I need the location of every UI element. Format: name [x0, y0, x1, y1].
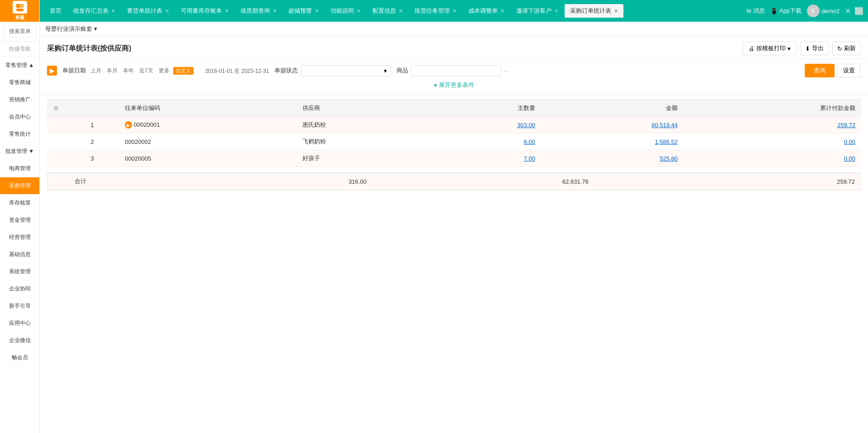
- refresh-button[interactable]: ↻ 刷新: [832, 42, 861, 55]
- row1-qty-link[interactable]: 303.00: [517, 122, 535, 128]
- query-button[interactable]: 查询: [805, 64, 835, 77]
- row1-index: 1: [65, 117, 119, 133]
- sidebar-item-basic-info[interactable]: 基础信息: [0, 246, 39, 263]
- shortcut-this-month[interactable]: 本月: [105, 66, 119, 76]
- goods-more-icon[interactable]: ···: [504, 67, 509, 74]
- app-logo: 标题: [0, 0, 39, 22]
- sidebar-item-app-center[interactable]: 应用中心: [0, 315, 39, 332]
- app-download-button[interactable]: 📱 App下载: [770, 7, 802, 15]
- total-qty-cell: 316.00: [194, 173, 372, 190]
- export-button[interactable]: ⬇ 导出: [800, 42, 829, 55]
- nav-tab-purchase-order-summary[interactable]: 采购订单统计表 ✕: [565, 4, 623, 18]
- window-controls: ✕ ⬜: [845, 7, 863, 15]
- expand-more-button[interactable]: ▾ 展开更多条件: [434, 81, 474, 89]
- sidebar-item-retail-management[interactable]: 零售管理 ▲: [0, 57, 39, 74]
- custom-date-tag[interactable]: 自定义: [173, 67, 193, 75]
- sidebar-item-wholesale-management[interactable]: 批发管理 ▼: [0, 143, 39, 160]
- svg-point-1: [19, 4, 24, 8]
- sidebar-item-vip-member[interactable]: 畅会员: [0, 349, 39, 366]
- row3-paid-link[interactable]: 0.00: [844, 155, 855, 162]
- row2-amount-link[interactable]: 1,586.52: [655, 138, 678, 145]
- total-row-container: 合计 316.00 62,631.76 259.72: [47, 172, 861, 190]
- close-tab-cost-adjust[interactable]: ✕: [500, 8, 505, 14]
- filter-action-area: 查询 设置: [805, 64, 861, 77]
- close-tab-function-desc[interactable]: ✕: [357, 8, 361, 14]
- row1-paid-link[interactable]: 259.72: [837, 122, 855, 128]
- nav-tab-inventory-book[interactable]: 可用量库存账本 ✕: [175, 4, 234, 18]
- print-button[interactable]: 🖨 按模板打印 ▾: [743, 42, 797, 55]
- page-header: 采购订单统计表(按供应商) 🖨 按模板打印 ▾ ⬇ 导出 ↻ 刷新: [40, 36, 868, 59]
- sidebar-item-ecommerce[interactable]: 电商管理: [0, 160, 39, 177]
- table-container: ⚙ 往来单位编码 供应商 主数量 金额: [40, 94, 868, 172]
- sidebar-item-retail-mall[interactable]: 零售商城: [0, 74, 39, 91]
- window-close-button[interactable]: ✕: [845, 7, 851, 15]
- column-main-qty: 主数量: [429, 100, 541, 117]
- nav-tab-cost-adjust[interactable]: 成本调整单 ✕: [463, 4, 510, 18]
- window-maximize-button[interactable]: ⬜: [854, 7, 863, 15]
- nav-tab-config-info[interactable]: 配置信息 ✕: [367, 4, 408, 18]
- row3-settings: [47, 150, 65, 167]
- close-tab-receive-summary[interactable]: ✕: [111, 8, 115, 14]
- nav-tab-receive-summary[interactable]: 收发存汇总表 ✕: [68, 4, 121, 18]
- close-tab-picking-tasks[interactable]: ✕: [453, 8, 457, 14]
- close-tab-purchase-order-summary[interactable]: ✕: [614, 8, 618, 14]
- row2-qty-link[interactable]: 6.00: [524, 138, 535, 145]
- row1-supplier-name: 惠氏奶粉: [297, 117, 429, 133]
- nav-tab-picking-tasks[interactable]: 拣货任务管理 ✕: [409, 4, 462, 18]
- sidebar-search-section: 搜索菜单: [0, 22, 39, 42]
- nav-tab-function-desc[interactable]: 功能说明 ✕: [325, 4, 366, 18]
- sidebar-item-operations[interactable]: 经营管理: [0, 229, 39, 246]
- nav-tab-overstock-warning[interactable]: 超储预警 ✕: [283, 4, 324, 18]
- sidebar-search-button[interactable]: 搜索菜单: [3, 25, 37, 38]
- total-table: 合计 316.00 62,631.76 259.72: [47, 173, 860, 190]
- sidebar-item-purchase-management[interactable]: 采购管理: [0, 177, 39, 195]
- app-logo-text: 标题: [15, 14, 24, 21]
- close-tab-warranty-query[interactable]: ✕: [273, 8, 277, 14]
- close-tab-purchase-summary[interactable]: ✕: [165, 8, 169, 14]
- sidebar-item-marketing[interactable]: 营销推广: [0, 91, 39, 109]
- export-icon: ⬇: [805, 45, 810, 52]
- nav-tab-home[interactable]: 首页: [44, 4, 67, 18]
- sidebar-item-finance[interactable]: 资金管理: [0, 212, 39, 229]
- goods-search-input[interactable]: [411, 65, 501, 76]
- shortcut-this-year[interactable]: 本年: [121, 66, 136, 76]
- close-tab-config-info[interactable]: ✕: [399, 8, 403, 14]
- nav-tab-purchase-summary[interactable]: 要货单统计表 ✕: [122, 4, 175, 18]
- row3-supplier-code: 00020005: [119, 150, 297, 167]
- nav-tab-warranty-query[interactable]: 保质期查询 ✕: [235, 4, 282, 18]
- workspace-selector[interactable]: 母婴行业演示账套 ▾: [45, 25, 97, 33]
- row1-amount-link[interactable]: 60,519.44: [651, 122, 678, 128]
- expand-more-row: ▾ 展开更多条件: [47, 81, 861, 89]
- column-index: [65, 100, 119, 117]
- user-profile[interactable]: E demo2: [807, 5, 840, 17]
- shortcut-7-days[interactable]: 近7天: [137, 66, 155, 76]
- shortcut-more[interactable]: 更多: [157, 66, 171, 76]
- row3-amount-link[interactable]: 525.80: [660, 155, 678, 162]
- sidebar-item-enterprise-wechat[interactable]: 企业微信: [0, 332, 39, 349]
- row2-paid-link[interactable]: 0.00: [844, 138, 855, 145]
- expand-row-icon[interactable]: ▶: [125, 121, 132, 128]
- message-button[interactable]: ✉ 消息: [746, 7, 765, 15]
- total-amount-cell: 62,631.76: [372, 173, 594, 190]
- sidebar-item-inventory[interactable]: 库存核算: [0, 195, 39, 212]
- status-select[interactable]: ▾: [301, 65, 391, 76]
- quick-nav-button[interactable]: 快捷导航: [0, 42, 39, 57]
- column-paid-amount: 累计付款金额: [683, 100, 861, 117]
- row3-qty-link[interactable]: 7.00: [524, 155, 535, 162]
- goods-filter-group: 商品 ···: [396, 65, 509, 76]
- sidebar-item-new-guide[interactable]: 新手引导: [0, 298, 39, 315]
- sidebar-item-enterprise-collab[interactable]: 企业协同: [0, 281, 39, 298]
- sidebar-item-retail-stats[interactable]: 零售统计: [0, 126, 39, 143]
- sidebar-item-system[interactable]: 系统管理: [0, 263, 39, 281]
- close-tab-invite-downstream[interactable]: ✕: [554, 8, 558, 14]
- settings-button[interactable]: 设置: [837, 64, 861, 77]
- close-tab-inventory-book[interactable]: ✕: [225, 8, 229, 14]
- table-settings-icon[interactable]: ⚙: [53, 105, 59, 112]
- nav-tab-invite-downstream[interactable]: 邀请下游客户 ✕: [511, 4, 564, 18]
- shortcut-last-month[interactable]: 上月: [89, 66, 103, 76]
- filter-toggle-button[interactable]: ▶: [47, 66, 57, 76]
- sidebar-item-member-center[interactable]: 会员中心: [0, 109, 39, 126]
- avatar: E: [807, 5, 820, 17]
- row2-supplier-name: 飞鹤奶粉: [297, 133, 429, 150]
- close-tab-overstock-warning[interactable]: ✕: [315, 8, 319, 14]
